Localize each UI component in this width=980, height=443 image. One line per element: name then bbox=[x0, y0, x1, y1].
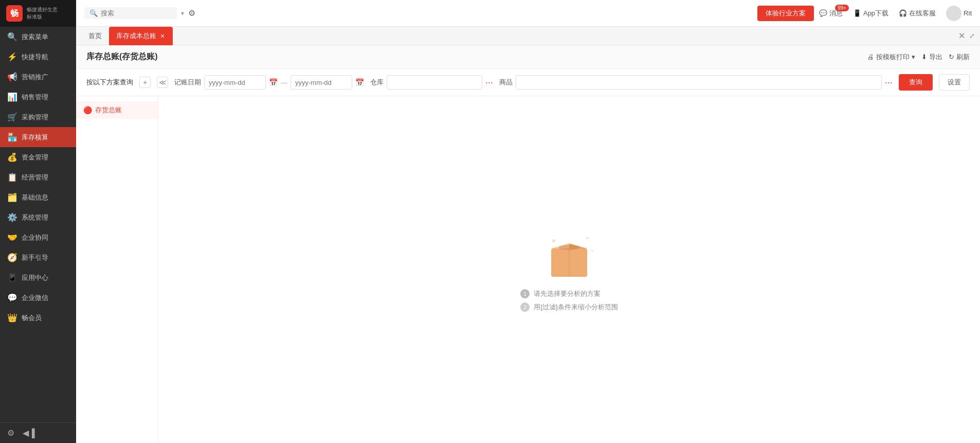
refresh-label: 刷新 bbox=[956, 52, 970, 62]
marketing-icon: 📢 bbox=[7, 72, 16, 82]
goods-input[interactable] bbox=[516, 75, 882, 90]
refresh-icon: ↻ bbox=[949, 53, 954, 61]
print-button[interactable]: 🖨 按模板打印 ▾ bbox=[867, 52, 915, 62]
sidebar-item-operation[interactable]: 📋经营管理 bbox=[0, 167, 76, 187]
sidebar-item-inventory[interactable]: 🏪库存核算 bbox=[0, 127, 76, 147]
sidebar-label-purchase: 采购管理 bbox=[22, 113, 48, 122]
filter-row: 按以下方案查询 + ≪ 记账日期 📅 — 📅 仓库 ··· 商品 ··· bbox=[76, 69, 980, 96]
filter-add-button[interactable]: + bbox=[139, 77, 151, 88]
search-box[interactable]: 🔍 bbox=[84, 7, 177, 19]
calendar-end-icon[interactable]: 📅 bbox=[355, 78, 364, 86]
hint-text-2: 用[过滤]条件来缩小分析范围 bbox=[534, 300, 618, 314]
wechat-icon: 💬 bbox=[7, 293, 16, 303]
scheme-item-stock-general[interactable]: 🔴 存货总账 bbox=[76, 101, 158, 119]
sidebar-item-member[interactable]: 👑畅会员 bbox=[0, 308, 76, 328]
gear-icon[interactable]: ⚙ bbox=[188, 8, 195, 18]
sidebar-label-operation: 经营管理 bbox=[22, 173, 48, 182]
sidebar-item-enterprise[interactable]: 🤝企业协同 bbox=[0, 227, 76, 247]
logo-text: 畅捷通好生意 标准版 bbox=[27, 6, 58, 21]
page-header: 库存总账(存货总账) 🖨 按模板打印 ▾ ⬇ 导出 ↻ 刷新 bbox=[76, 45, 980, 69]
user-avatar[interactable]: Rit bbox=[946, 6, 972, 21]
newbie-icon: 🧭 bbox=[7, 253, 16, 262]
warehouse-input[interactable] bbox=[387, 75, 482, 90]
refresh-button[interactable]: ↻ 刷新 bbox=[949, 52, 970, 62]
close-all-tabs-button[interactable]: ✕ bbox=[958, 31, 965, 41]
warehouse-more-icon[interactable]: ··· bbox=[485, 77, 493, 88]
goods-more-icon[interactable]: ··· bbox=[885, 77, 893, 88]
online-support-label: 在线客服 bbox=[909, 9, 936, 18]
audio-icon[interactable]: ◀▐ bbox=[23, 428, 34, 438]
sidebar-label-basic: 基础信息 bbox=[22, 193, 48, 202]
app-download-button[interactable]: 📱 App下载 bbox=[853, 9, 888, 18]
empty-illustration-svg bbox=[543, 225, 600, 282]
sidebar-label-quick-nav: 快捷导航 bbox=[22, 52, 48, 62]
tab-bar: 首页 库存成本总账 × ✕ ⤢ bbox=[76, 27, 980, 45]
purchase-icon: 🛒 bbox=[7, 112, 16, 122]
tab-home[interactable]: 首页 bbox=[81, 27, 109, 45]
settings-icon[interactable]: ⚙ bbox=[7, 428, 14, 438]
sidebar-item-sales[interactable]: 📊销售管理 bbox=[0, 87, 76, 107]
goods-field-label: 商品 bbox=[499, 78, 513, 87]
logo-sub: 标准版 bbox=[27, 13, 58, 21]
filter-date-group: 记账日期 📅 — 📅 bbox=[174, 75, 364, 90]
print-icon: 🖨 bbox=[867, 53, 874, 61]
search-input[interactable] bbox=[101, 9, 162, 17]
scheme-sidebar: 🔴 存货总账 bbox=[76, 96, 158, 443]
scheme-panel: 🔴 存货总账 bbox=[76, 96, 980, 443]
svg-point-6 bbox=[552, 239, 555, 242]
expand-icon[interactable]: ⤢ bbox=[969, 32, 975, 40]
settings-button[interactable]: 设置 bbox=[939, 74, 970, 91]
logo-name: 畅捷通好生意 bbox=[27, 6, 58, 13]
sidebar-item-quick-nav[interactable]: ⚡快捷导航 bbox=[0, 47, 76, 67]
operation-icon: 📋 bbox=[7, 172, 16, 182]
tab-inventory-ledger[interactable]: 库存成本总账 × bbox=[109, 27, 173, 45]
export-button[interactable]: ⬇ 导出 bbox=[921, 52, 942, 62]
quick-nav-icon: ⚡ bbox=[7, 52, 16, 62]
message-button[interactable]: 💬 消息 99+ bbox=[819, 9, 843, 18]
hint-text-1: 请先选择要分析的方案 bbox=[534, 287, 601, 300]
sidebar-item-purchase[interactable]: 🛒采购管理 bbox=[0, 107, 76, 127]
sidebar-item-system[interactable]: ⚙️系统管理 bbox=[0, 207, 76, 227]
appstore-icon: 📱 bbox=[7, 273, 16, 282]
sidebar-item-finance[interactable]: 💰资金管理 bbox=[0, 147, 76, 167]
sidebar-label-finance: 资金管理 bbox=[22, 153, 48, 162]
search-icon: 🔍 bbox=[7, 32, 16, 42]
print-label: 按模板打印 bbox=[876, 52, 910, 62]
query-button[interactable]: 查询 bbox=[899, 74, 933, 91]
sidebar-item-appstore[interactable]: 📱应用中心 bbox=[0, 268, 76, 288]
filter-label: 按以下方案查询 bbox=[86, 78, 133, 87]
sidebar-item-wechat[interactable]: 💬企业微信 bbox=[0, 288, 76, 308]
export-icon: ⬇ bbox=[921, 53, 927, 61]
scheme-icon: 🔴 bbox=[83, 106, 92, 114]
filter-collapse-button[interactable]: ≪ bbox=[157, 77, 168, 88]
sidebar-item-search[interactable]: 🔍搜索菜单 bbox=[0, 27, 76, 47]
sidebar: 畅 畅捷通好生意 标准版 🔍搜索菜单⚡快捷导航📢营销推广📊销售管理🛒采购管理🏪库… bbox=[0, 0, 76, 443]
filter-goods-group: 商品 ··· bbox=[499, 75, 893, 90]
date-end-input[interactable] bbox=[291, 75, 352, 90]
sidebar-label-marketing: 营销推广 bbox=[22, 73, 48, 82]
sales-icon: 📊 bbox=[7, 92, 16, 102]
empty-hint-2: 2 用[过滤]条件来缩小分析范围 bbox=[520, 300, 618, 314]
sidebar-item-marketing[interactable]: 📢营销推广 bbox=[0, 67, 76, 87]
headset-icon: 🎧 bbox=[899, 9, 907, 17]
date-start-input[interactable] bbox=[204, 75, 266, 90]
empty-area: 1 请先选择要分析的方案 2 用[过滤]条件来缩小分析范围 bbox=[158, 96, 980, 443]
hint-num-2: 2 bbox=[520, 303, 530, 312]
empty-hint-1: 1 请先选择要分析的方案 bbox=[520, 287, 618, 300]
hint-num-1: 1 bbox=[520, 289, 530, 298]
avatar bbox=[946, 6, 961, 21]
sidebar-item-basic[interactable]: 🗂️基础信息 bbox=[0, 187, 76, 207]
trial-button[interactable]: 体验行业方案 bbox=[757, 6, 814, 21]
online-support-button[interactable]: 🎧 在线客服 bbox=[899, 9, 936, 18]
tab-close-button[interactable]: × bbox=[159, 32, 166, 40]
member-icon: 👑 bbox=[7, 313, 16, 323]
sidebar-label-appstore: 应用中心 bbox=[22, 273, 48, 282]
message-badge: 99+ bbox=[835, 5, 849, 11]
chevron-down-icon[interactable]: ▾ bbox=[181, 10, 184, 17]
sidebar-bottom: ⚙ ◀▐ bbox=[0, 422, 76, 443]
calendar-start-icon[interactable]: 📅 bbox=[269, 78, 278, 86]
sidebar-item-newbie[interactable]: 🧭新手引导 bbox=[0, 247, 76, 268]
print-dropdown-icon: ▾ bbox=[912, 53, 915, 61]
sidebar-label-enterprise: 企业协同 bbox=[22, 233, 48, 242]
empty-hints: 1 请先选择要分析的方案 2 用[过滤]条件来缩小分析范围 bbox=[520, 287, 618, 314]
